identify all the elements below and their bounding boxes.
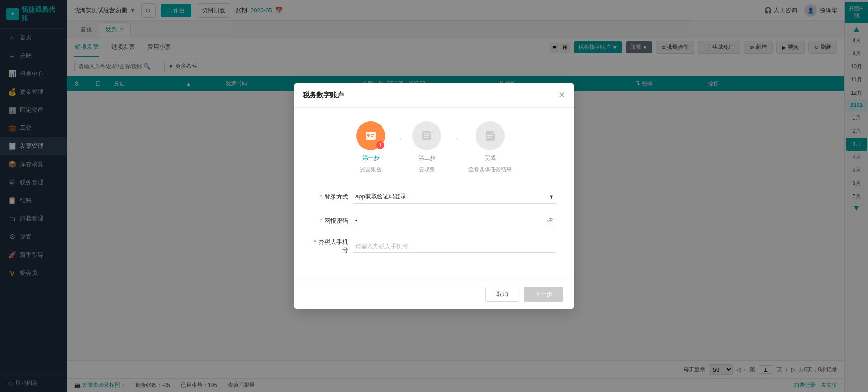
step-arrow-2: → — [441, 133, 468, 143]
dialog-footer: 取消 下一步 — [294, 279, 574, 309]
step3-label: 完成 — [484, 154, 496, 162]
svg-rect-8 — [424, 135, 430, 136]
form-row-phone: * 办税人手机号 — [312, 238, 556, 254]
cancel-button[interactable]: 取消 — [485, 287, 519, 302]
password-label: * 网报密码 — [312, 217, 348, 225]
form-row-password: * 网报密码 👁 — [312, 215, 556, 227]
phone-input[interactable] — [354, 240, 556, 253]
svg-rect-4 — [371, 136, 373, 137]
dialog-overlay: 税务数字账户 ✕ ! — [0, 0, 868, 392]
login-method-chevron-icon: ▼ — [548, 193, 554, 200]
svg-rect-13 — [487, 135, 493, 136]
dialog-body: ! 第一步 完善账密 → — [294, 108, 574, 279]
login-method-select[interactable]: app获取验证码登录 ▼ — [354, 190, 556, 204]
tax-account-dialog: 税务数字账户 ✕ ! — [294, 83, 574, 309]
svg-rect-9 — [424, 137, 428, 138]
phone-control — [354, 240, 556, 253]
step1-desc: 完善账密 — [360, 166, 382, 173]
phone-label: * 办税人手机号 — [312, 238, 348, 254]
form-row-login-method: * 登录方式 app获取验证码登录 ▼ — [312, 190, 556, 204]
password-control: 👁 — [354, 215, 556, 227]
step2-label: 第二步 — [418, 154, 436, 162]
dialog-close-button[interactable]: ✕ — [558, 90, 565, 100]
login-method-label: * 登录方式 — [312, 193, 348, 201]
step-arrow-1: → — [385, 133, 412, 143]
svg-rect-3 — [371, 134, 374, 135]
step3-desc: 查看具体任务结果 — [468, 166, 512, 173]
login-method-control: app获取验证码登录 ▼ — [354, 190, 556, 204]
password-toggle-icon[interactable]: 👁 — [545, 217, 556, 225]
svg-point-2 — [367, 134, 370, 137]
next-button[interactable]: 下一步 — [524, 287, 563, 302]
step-3: 完成 查看具体任务结果 — [468, 121, 512, 173]
steps-container: ! 第一步 完善账密 → — [312, 121, 556, 173]
step3-icon — [476, 121, 505, 150]
step2-desc: 去取票 — [419, 166, 435, 173]
dialog-header: 税务数字账户 ✕ — [294, 83, 574, 108]
svg-rect-14 — [487, 137, 491, 138]
dialog-title: 税务数字账户 — [303, 91, 344, 100]
step-1: ! 第一步 完善账密 — [356, 121, 385, 173]
step-2: 第二步 去取票 — [412, 121, 441, 173]
svg-rect-7 — [424, 133, 430, 134]
step2-icon — [412, 121, 441, 150]
svg-rect-12 — [487, 134, 493, 134]
password-wrapper: 👁 — [354, 215, 556, 227]
step1-icon: ! — [356, 121, 385, 150]
step1-badge: ! — [376, 141, 384, 149]
password-input[interactable] — [354, 215, 545, 227]
step1-label: 第一步 — [362, 154, 380, 162]
